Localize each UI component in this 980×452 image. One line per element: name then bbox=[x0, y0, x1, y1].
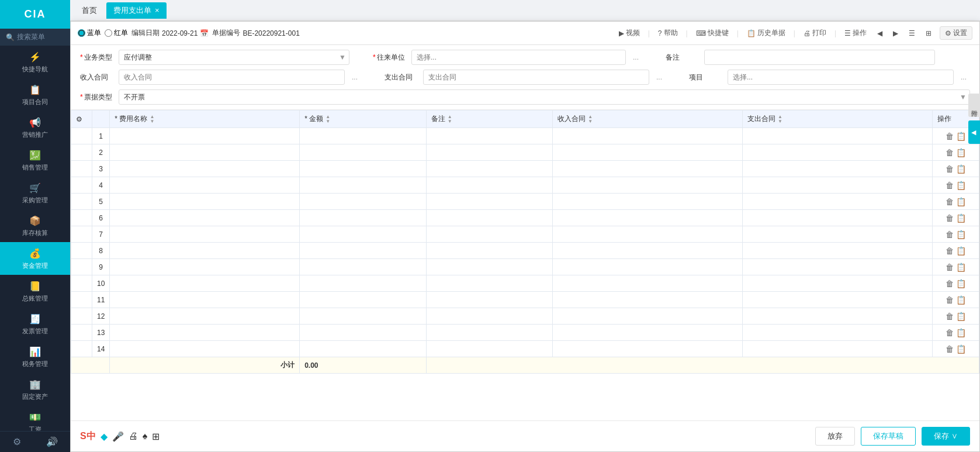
th-note[interactable]: 备注 ▲▼ bbox=[426, 111, 553, 128]
delete-row-btn-13[interactable]: 🗑 bbox=[946, 328, 954, 337]
sidebar-item-purchase[interactable]: 🛒 采购管理 bbox=[0, 177, 70, 209]
th-name[interactable]: * 费用名称 ▲▼ bbox=[110, 111, 300, 128]
row-name-10[interactable] bbox=[110, 275, 300, 292]
row-expense-11[interactable] bbox=[743, 292, 933, 308]
row-expense-1[interactable] bbox=[743, 128, 933, 144]
save-button[interactable]: 保存 ∨ bbox=[922, 427, 970, 446]
sidebar-item-inventory[interactable]: 📦 库存核算 bbox=[0, 209, 70, 242]
row-expense-8[interactable] bbox=[743, 243, 933, 259]
copy-row-btn-4[interactable]: 📋 bbox=[956, 181, 966, 190]
footer-icon-1[interactable]: S中 bbox=[80, 430, 96, 443]
copy-row-btn-9[interactable]: 📋 bbox=[956, 263, 966, 272]
row-name-9[interactable] bbox=[110, 259, 300, 275]
counterparty-input[interactable] bbox=[411, 50, 626, 65]
copy-row-btn-8[interactable]: 📋 bbox=[956, 246, 966, 256]
row-expense-4[interactable] bbox=[743, 177, 933, 194]
sidebar-item-marketing[interactable]: 📢 营销推广 bbox=[0, 111, 70, 144]
sort-name-icon[interactable]: ▲▼ bbox=[150, 115, 154, 124]
th-amount[interactable]: * 金额 ▲▼ bbox=[300, 111, 427, 128]
row-amount-14[interactable] bbox=[300, 341, 427, 357]
delete-row-btn-1[interactable]: 🗑 bbox=[946, 132, 954, 141]
save-draft-button[interactable]: 保存草稿 bbox=[861, 427, 916, 446]
income-contract-dots[interactable]: ... bbox=[348, 73, 361, 81]
row-note-2[interactable] bbox=[426, 144, 553, 161]
th-gear[interactable]: ⚙ bbox=[71, 111, 92, 128]
expense-contract-dots[interactable]: ... bbox=[653, 73, 666, 81]
note-input[interactable] bbox=[704, 50, 935, 65]
video-btn[interactable]: ▶ 视频 bbox=[617, 27, 642, 39]
row-amount-13[interactable] bbox=[300, 325, 427, 341]
row-name-13[interactable] bbox=[110, 325, 300, 341]
row-income-9[interactable] bbox=[553, 259, 743, 275]
delete-row-btn-9[interactable]: 🗑 bbox=[946, 263, 954, 272]
sidebar-item-accounting[interactable]: 📒 总账管理 bbox=[0, 275, 70, 308]
sidebar-item-capital[interactable]: 💰 资金管理 bbox=[0, 242, 70, 275]
print-btn[interactable]: 🖨 打印 bbox=[801, 27, 829, 39]
volume-icon[interactable]: 🔊 bbox=[46, 436, 58, 447]
help-btn[interactable]: ? 帮助 bbox=[656, 27, 680, 39]
row-name-2[interactable] bbox=[110, 144, 300, 161]
delete-row-btn-12[interactable]: 🗑 bbox=[946, 312, 954, 321]
row-expense-14[interactable] bbox=[743, 341, 933, 357]
footer-icon-2[interactable]: ◆ bbox=[101, 431, 108, 442]
shortcut-btn[interactable]: ⌨ 快捷键 bbox=[694, 27, 731, 39]
row-income-13[interactable] bbox=[553, 325, 743, 341]
row-amount-2[interactable] bbox=[300, 144, 427, 161]
project-dots[interactable]: ... bbox=[957, 73, 970, 81]
row-income-1[interactable] bbox=[553, 128, 743, 144]
row-income-5[interactable] bbox=[553, 194, 743, 210]
sidebar-item-tax[interactable]: 📊 税务管理 bbox=[0, 340, 70, 373]
side-tab-green[interactable]: ◀ bbox=[968, 120, 980, 144]
row-expense-10[interactable] bbox=[743, 275, 933, 292]
copy-row-btn-14[interactable]: 📋 bbox=[956, 344, 966, 354]
tab-close-btn[interactable]: × bbox=[155, 6, 160, 15]
copy-row-btn-10[interactable]: 📋 bbox=[956, 279, 966, 288]
row-income-12[interactable] bbox=[553, 308, 743, 325]
copy-row-btn-5[interactable]: 📋 bbox=[956, 197, 966, 206]
delete-row-btn-11[interactable]: 🗑 bbox=[946, 295, 954, 305]
copy-row-btn-6[interactable]: 📋 bbox=[956, 213, 966, 223]
row-note-13[interactable] bbox=[426, 325, 553, 341]
row-name-4[interactable] bbox=[110, 177, 300, 194]
radio-red[interactable]: 红单 bbox=[105, 28, 128, 38]
row-note-4[interactable] bbox=[426, 177, 553, 194]
row-name-8[interactable] bbox=[110, 243, 300, 259]
row-name-3[interactable] bbox=[110, 161, 300, 177]
row-name-11[interactable] bbox=[110, 292, 300, 308]
sort-note-icon[interactable]: ▲▼ bbox=[448, 115, 452, 124]
copy-row-btn-13[interactable]: 📋 bbox=[956, 328, 966, 337]
grid-view-btn[interactable]: ☰ bbox=[906, 28, 917, 39]
row-note-12[interactable] bbox=[426, 308, 553, 325]
row-amount-10[interactable] bbox=[300, 275, 427, 292]
invoice-type-select[interactable]: 不开票 bbox=[119, 89, 970, 105]
settings-icon[interactable]: ⚙ bbox=[13, 436, 21, 447]
copy-row-btn-1[interactable]: 📋 bbox=[956, 132, 966, 141]
row-expense-9[interactable] bbox=[743, 259, 933, 275]
row-income-7[interactable] bbox=[553, 226, 743, 243]
row-amount-6[interactable] bbox=[300, 210, 427, 226]
copy-row-btn-3[interactable]: 📋 bbox=[956, 164, 966, 174]
delete-row-btn-2[interactable]: 🗑 bbox=[946, 148, 954, 157]
row-income-14[interactable] bbox=[553, 341, 743, 357]
income-contract-input[interactable] bbox=[119, 70, 345, 85]
delete-row-btn-7[interactable]: 🗑 bbox=[946, 230, 954, 239]
sidebar-item-invoice[interactable]: 🧾 发票管理 bbox=[0, 308, 70, 340]
sidebar-item-fixed-assets[interactable]: 🏢 固定资产 bbox=[0, 373, 70, 406]
sort-expense-icon[interactable]: ▲▼ bbox=[778, 115, 782, 124]
row-note-11[interactable] bbox=[426, 292, 553, 308]
row-income-2[interactable] bbox=[553, 144, 743, 161]
row-note-3[interactable] bbox=[426, 161, 553, 177]
row-income-10[interactable] bbox=[553, 275, 743, 292]
sidebar-item-quick-nav[interactable]: ⚡ 快捷导航 bbox=[0, 46, 70, 78]
row-name-1[interactable] bbox=[110, 128, 300, 144]
row-amount-7[interactable] bbox=[300, 226, 427, 243]
row-income-11[interactable] bbox=[553, 292, 743, 308]
sidebar-item-project-contract[interactable]: 📋 项目合同 bbox=[0, 78, 70, 111]
row-note-5[interactable] bbox=[426, 194, 553, 210]
row-amount-4[interactable] bbox=[300, 177, 427, 194]
sort-income-icon[interactable]: ▲▼ bbox=[588, 115, 593, 124]
copy-row-btn-12[interactable]: 📋 bbox=[956, 312, 966, 321]
footer-icon-print[interactable]: 🖨 bbox=[129, 431, 138, 441]
th-expense-contract[interactable]: 支出合同 ▲▼ bbox=[743, 111, 933, 128]
row-expense-12[interactable] bbox=[743, 308, 933, 325]
